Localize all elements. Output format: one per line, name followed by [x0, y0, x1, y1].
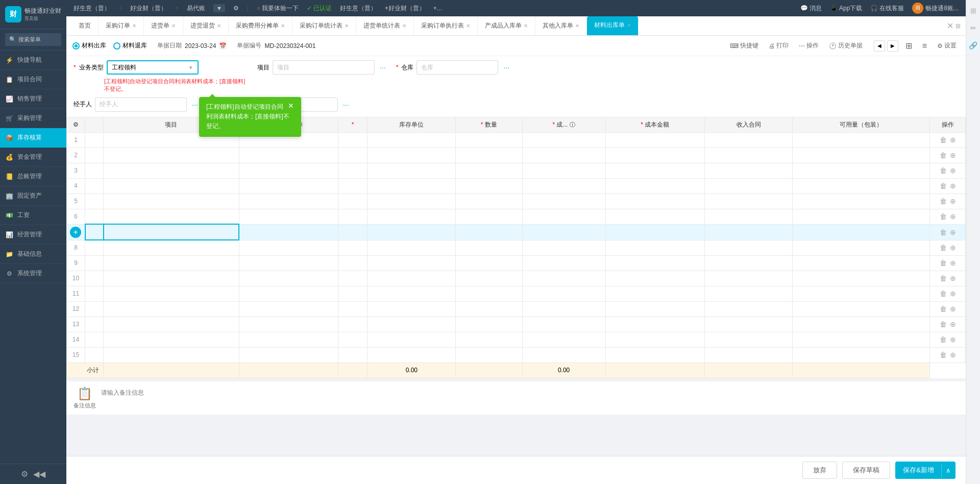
- print-button[interactable]: 🖨 打印: [766, 40, 792, 52]
- sidebar-item-ops[interactable]: 📊 经营管理: [0, 225, 66, 245]
- add-row-button[interactable]: +: [70, 227, 81, 238]
- radio-material-out[interactable]: 材料出库: [72, 41, 106, 50]
- sidebar-collapse-button[interactable]: ◀◀: [33, 469, 45, 479]
- gh-online-btn[interactable]: 🎧 在线客服: [870, 4, 904, 13]
- delete-row-button[interactable]: 🗑: [938, 304, 948, 313]
- gh-nav-haoshengyi[interactable]: 好生意（普）: [74, 4, 110, 13]
- right-table-icon[interactable]: ⊞: [968, 5, 979, 16]
- next-record-button[interactable]: ▶: [887, 40, 898, 52]
- copy-row-button[interactable]: ⊕: [948, 166, 958, 175]
- copy-row-button[interactable]: ⊕: [948, 335, 958, 344]
- notes-input[interactable]: [101, 386, 959, 407]
- cost-info-icon[interactable]: ⓘ: [570, 122, 575, 128]
- handler-select[interactable]: 经手人: [95, 98, 187, 112]
- biz-type-select[interactable]: 工程领料 ▼: [107, 60, 199, 75]
- tab-production[interactable]: 产成品入库单 ✕: [478, 16, 535, 36]
- gh-app-btn[interactable]: 📱 App下载: [830, 4, 862, 13]
- copy-row-button[interactable]: ⊕: [948, 228, 958, 237]
- sidebar-item-project[interactable]: 📋 项目合同: [0, 70, 66, 89]
- layout-view-button[interactable]: ⊞: [902, 40, 915, 52]
- list-view-button[interactable]: ≡: [919, 40, 930, 52]
- delete-row-button[interactable]: 🗑: [938, 243, 948, 252]
- copy-row-button[interactable]: ⊕: [948, 304, 958, 313]
- gh-nav-yidaizhang[interactable]: 易代账: [187, 4, 205, 13]
- delete-row-button[interactable]: 🗑: [938, 135, 948, 144]
- save-new-arrow-button[interactable]: ∧: [941, 463, 955, 478]
- project-select[interactable]: 项目: [273, 60, 375, 75]
- sidebar-item-basic[interactable]: 📁 基础信息: [0, 245, 66, 264]
- save-new-main-button[interactable]: 保存&新增: [896, 462, 941, 478]
- gh-more-button[interactable]: ▼: [213, 4, 225, 12]
- delete-row-button[interactable]: 🗑: [938, 212, 948, 221]
- radio-material-return[interactable]: 材料退库: [113, 41, 147, 50]
- right-link-icon[interactable]: 🔗: [968, 40, 979, 51]
- prev-record-button[interactable]: ◀: [874, 40, 885, 52]
- sidebar-item-sales[interactable]: 📈 销售管理: [0, 89, 66, 109]
- delete-row-button[interactable]: 🗑: [938, 350, 948, 359]
- sidebar-item-salary[interactable]: 💵 工资: [0, 206, 66, 225]
- copy-row-button[interactable]: ⊕: [948, 243, 958, 252]
- delete-row-button[interactable]: 🗑: [938, 258, 948, 268]
- warehouse-select[interactable]: 仓库: [416, 60, 498, 75]
- sidebar-item-account[interactable]: 📒 总账管理: [0, 167, 66, 186]
- tab-purchase-order[interactable]: 采购订单 ✕: [99, 16, 144, 36]
- sidebar-item-purchase[interactable]: 🛒 采购管理: [0, 109, 66, 128]
- copy-row-button[interactable]: ⊕: [948, 350, 958, 359]
- tab-purchase-exec[interactable]: 采购订单执行表 ✕: [414, 16, 478, 36]
- discard-button[interactable]: 放弃: [802, 462, 837, 479]
- handler-more-icon[interactable]: ···: [192, 101, 198, 109]
- copy-row-button[interactable]: ⊕: [948, 197, 958, 206]
- project-more-icon[interactable]: ···: [380, 63, 386, 71]
- operation-button[interactable]: ⋯ 操作: [796, 40, 822, 52]
- tab-incoming-return[interactable]: 进货退货 ✕: [183, 16, 229, 36]
- settings-button[interactable]: ⚙ 设置: [934, 40, 960, 52]
- copy-row-button[interactable]: ⊕: [948, 135, 958, 144]
- warehouse-more-icon[interactable]: ···: [503, 63, 509, 71]
- date-picker-icon[interactable]: 📅: [219, 42, 227, 50]
- delete-row-button[interactable]: 🗑: [938, 228, 948, 237]
- copy-row-button[interactable]: ⊕: [948, 274, 958, 283]
- gh-more2[interactable]: +...: [433, 5, 442, 12]
- gh-settings-icon[interactable]: ⚙: [233, 5, 239, 12]
- shortcut-keys-button[interactable]: ⌨ 快捷键: [727, 40, 762, 52]
- gh-message-btn[interactable]: 💬 消息: [800, 4, 822, 13]
- tab-home[interactable]: 首页: [71, 16, 99, 36]
- delete-row-button[interactable]: 🗑: [938, 274, 948, 283]
- copy-row-button[interactable]: ⊕: [948, 258, 958, 268]
- gh-nav-haoyecai[interactable]: 好业财（普）: [130, 4, 167, 13]
- income-contract-more-icon[interactable]: ···: [343, 101, 349, 109]
- close-all-tabs-button[interactable]: ✕: [947, 21, 953, 31]
- tab-purchase-stat[interactable]: 采购订单统计表 ✕: [292, 16, 356, 36]
- delete-row-button[interactable]: 🗑: [938, 289, 948, 298]
- tabs-layout-button[interactable]: ⊞: [955, 22, 961, 30]
- copy-row-button[interactable]: ⊕: [948, 289, 958, 298]
- tab-material-out[interactable]: 材料出库单 ✕: [587, 16, 639, 36]
- delete-row-button[interactable]: 🗑: [938, 320, 948, 329]
- sidebar-item-finance[interactable]: 💰 资金管理: [0, 148, 66, 167]
- sidebar-item-fixed[interactable]: 🏢 固定资产: [0, 186, 66, 206]
- sidebar-item-system[interactable]: ⚙ 系统管理: [0, 264, 66, 283]
- copy-row-button[interactable]: ⊕: [948, 212, 958, 221]
- tooltip-close-button[interactable]: ✕: [288, 102, 294, 109]
- search-menu-button[interactable]: 🔍 搜索菜单: [5, 33, 61, 46]
- sidebar-item-inventory[interactable]: 📦 库存核算: [0, 128, 66, 148]
- delete-row-button[interactable]: 🗑: [938, 181, 948, 190]
- copy-row-button[interactable]: ⊕: [948, 181, 958, 190]
- sidebar-settings-button[interactable]: ⚙: [21, 469, 28, 479]
- history-orders-button[interactable]: 🕐 历史单据: [826, 40, 866, 52]
- tab-incoming-stat[interactable]: 进货单统计表 ✕: [356, 16, 414, 36]
- gh-haoyecai2[interactable]: +好业财（普）: [385, 4, 425, 13]
- delete-row-button[interactable]: 🗑: [938, 166, 948, 175]
- copy-row-button[interactable]: ⊕: [948, 151, 958, 160]
- delete-row-button[interactable]: 🗑: [938, 335, 948, 344]
- gh-username[interactable]: 畅捷通8账...: [925, 4, 959, 13]
- delete-row-button[interactable]: 🗑: [938, 197, 948, 206]
- tab-purchase-expense[interactable]: 采购费用分摊单 ✕: [229, 16, 292, 36]
- copy-row-button[interactable]: ⊕: [948, 320, 958, 329]
- sidebar-item-shortcut[interactable]: ⚡ 快捷导航: [0, 51, 66, 70]
- right-edit-icon[interactable]: ✏: [968, 22, 979, 34]
- save-draft-button[interactable]: 保存草稿: [842, 462, 890, 479]
- tab-other-in[interactable]: 其他入库单 ✕: [535, 16, 587, 36]
- gh-trial-btn[interactable]: ○ 我要体验一下: [257, 4, 299, 13]
- col-header-settings[interactable]: ⚙: [67, 117, 85, 132]
